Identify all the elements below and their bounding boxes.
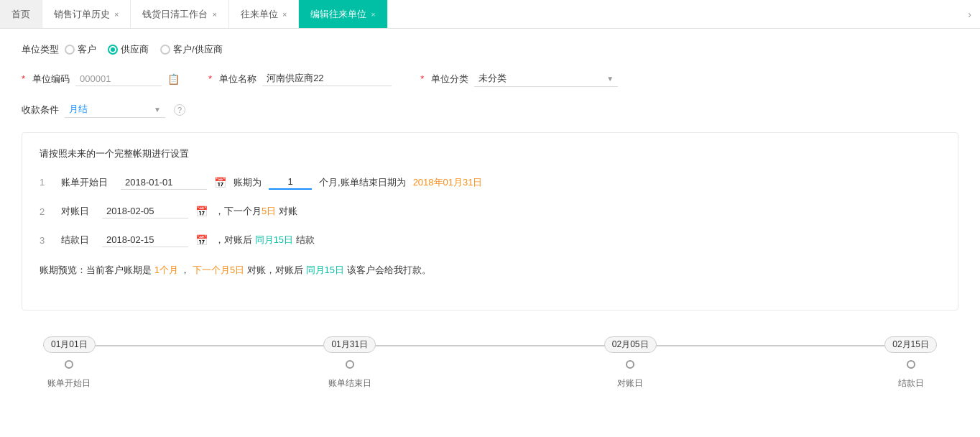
- unit-name-star: *: [208, 73, 212, 84]
- reconcile-date-input[interactable]: [102, 204, 188, 218]
- unit-code-copy-icon[interactable]: 📋: [167, 73, 180, 85]
- timeline-node-2: 02月05日 对账日: [604, 336, 657, 390]
- preview-prefix: 账期预览：当前客户账期是: [40, 264, 152, 275]
- unit-category-arrow-icon: ▼: [606, 75, 614, 83]
- tab-cash-workbench-label: 钱货日清工作台: [142, 8, 208, 21]
- reconcile-date-calendar-icon[interactable]: 📅: [195, 206, 208, 217]
- unit-category-star: *: [420, 73, 424, 84]
- payment-condition-value: 月结: [69, 103, 149, 116]
- settings-row-1: 1 账单开始日 📅 账期为 个月,账单结束日期为 2018年01月31日: [40, 175, 940, 190]
- payment-condition-select[interactable]: 月结 ▼: [65, 101, 165, 118]
- settings-row-3: 3 结款日 📅 ，对账后 同月15日 结款: [40, 233, 940, 247]
- tabs-scroll-right[interactable]: ›: [959, 9, 980, 20]
- unit-category-value: 未分类: [479, 72, 602, 85]
- timeline-node-3: 02月15日 结款日: [884, 336, 937, 390]
- unit-type-field: 单位类型 客户 供应商 客户/供应商: [22, 43, 223, 56]
- unit-type-row: 单位类型 客户 供应商 客户/供应商: [22, 43, 958, 56]
- row-1-label: 账单开始日: [61, 176, 108, 189]
- unit-name-label: 单位名称: [219, 73, 256, 86]
- tab-edit-partner[interactable]: 编辑往来单位 ×: [299, 0, 387, 28]
- row-3-label: 结款日: [61, 234, 89, 247]
- timeline-node-0: 01月01日 账单开始日: [43, 336, 96, 390]
- payment-date-input[interactable]: [102, 233, 188, 247]
- payment-condition-row: 收款条件 月结 ▼ ?: [22, 101, 958, 118]
- radio-customer-supplier[interactable]: 客户/供应商: [160, 43, 223, 56]
- tab-partner-unit-close[interactable]: ×: [282, 10, 287, 19]
- period-input[interactable]: [269, 175, 312, 190]
- node-2-date: 02月05日: [604, 336, 657, 353]
- tab-partner-unit[interactable]: 往来单位 ×: [229, 0, 299, 28]
- payment-condition-label: 收款条件: [22, 104, 59, 116]
- radio-customer-circle: [65, 45, 75, 55]
- tabs-bar: 首页 销售订单历史 × 钱货日清工作台 × 往来单位 × 编辑往来单位 × ›: [0, 0, 980, 29]
- start-date-calendar-icon[interactable]: 📅: [214, 177, 226, 188]
- preview-part3: 同月15日: [306, 264, 344, 275]
- node-2-circle: [626, 360, 634, 369]
- preview-part3-suffix: 该客户会给我打款。: [347, 264, 431, 275]
- radio-supplier-label: 供应商: [121, 43, 149, 56]
- unit-type-label: 单位类型: [22, 43, 59, 56]
- tab-sales-history-label: 销售订单历史: [54, 8, 110, 21]
- unit-name-field: * 单位名称: [208, 72, 392, 86]
- settings-box: 请按照未来的一个完整帐期进行设置 1 账单开始日 📅 账期为 个月,账单结束日期…: [22, 132, 958, 310]
- unit-code-star: *: [22, 73, 25, 84]
- unit-name-input[interactable]: [262, 72, 392, 86]
- tab-sales-history[interactable]: 销售订单历史 ×: [42, 0, 131, 28]
- preview-part1-sep: ，: [180, 264, 190, 275]
- row-2-num: 2: [40, 206, 54, 217]
- tab-edit-partner-close[interactable]: ×: [371, 10, 375, 19]
- unit-info-row: * 单位编码 📋 * 单位名称 * 单位分类 未分类 ▼: [22, 70, 958, 87]
- tab-partner-unit-label: 往来单位: [241, 8, 278, 21]
- node-1-label: 账单结束日: [328, 377, 371, 390]
- main-content: 单位类型 客户 供应商 客户/供应商 * 单位编码: [0, 29, 980, 437]
- node-3-label: 结款日: [898, 377, 924, 390]
- preview-part1: 1个月: [154, 264, 178, 275]
- node-1-date: 01月31日: [323, 336, 376, 353]
- node-3-date: 02月15日: [884, 336, 937, 353]
- node-0-date: 01月01日: [43, 336, 96, 353]
- row-1-desc-suffix: 个月,账单结束日期为: [319, 176, 406, 189]
- preview-part2: 下一个月5日: [193, 264, 244, 275]
- radio-customer-supplier-circle: [160, 45, 170, 55]
- radio-customer-label: 客户: [78, 43, 96, 56]
- node-2-label: 对账日: [617, 377, 643, 390]
- tab-cash-workbench-close[interactable]: ×: [212, 10, 216, 19]
- unit-category-field: * 单位分类 未分类 ▼: [420, 70, 618, 87]
- timeline: 01月01日 账单开始日 01月31日 账单结束日 02月05日 对账日 02月…: [22, 322, 958, 411]
- radio-supplier-circle: [108, 45, 118, 55]
- preview-part2-suffix: 对账，对账后: [247, 264, 303, 275]
- timeline-nodes: 01月01日 账单开始日 01月31日 账单结束日 02月05日 对账日 02月…: [43, 336, 937, 390]
- node-0-label: 账单开始日: [47, 377, 91, 390]
- unit-code-label: 单位编码: [32, 73, 70, 86]
- row-2-highlight: 5日: [262, 206, 276, 216]
- radio-customer[interactable]: 客户: [65, 43, 96, 56]
- unit-code-field: * 单位编码 📋: [22, 72, 180, 86]
- unit-category-select[interactable]: 未分类 ▼: [474, 70, 618, 87]
- node-3-circle: [907, 360, 915, 369]
- row-2-desc: ，下一个月5日 对账: [215, 205, 297, 218]
- row-2-label: 对账日: [61, 205, 89, 218]
- row-3-num: 3: [40, 235, 54, 246]
- node-1-circle: [346, 360, 354, 369]
- tab-home[interactable]: 首页: [0, 0, 42, 28]
- preview-text: 账期预览：当前客户账期是 1个月 ， 下一个月5日 对账，对账后 同月15日 该…: [40, 262, 940, 278]
- payment-condition-field: 收款条件 月结 ▼ ?: [22, 101, 185, 118]
- tab-sales-history-close[interactable]: ×: [114, 10, 119, 19]
- row-1-num: 1: [40, 177, 54, 188]
- tab-edit-partner-label: 编辑往来单位: [310, 8, 366, 21]
- payment-date-calendar-icon[interactable]: 📅: [195, 234, 208, 246]
- unit-category-label: 单位分类: [431, 73, 468, 86]
- tab-home-label: 首页: [11, 8, 30, 21]
- row-1-date-highlight: 2018年01月31日: [413, 176, 483, 189]
- start-date-input[interactable]: [121, 175, 207, 190]
- radio-customer-supplier-label: 客户/供应商: [173, 43, 223, 56]
- radio-supplier[interactable]: 供应商: [108, 43, 149, 56]
- row-3-highlight: 同月15日: [255, 234, 293, 245]
- payment-condition-arrow-icon: ▼: [154, 106, 161, 114]
- tab-cash-workbench[interactable]: 钱货日清工作台 ×: [131, 0, 228, 28]
- row-1-desc-prefix: 账期为: [234, 176, 262, 189]
- settings-row-2: 2 对账日 📅 ，下一个月5日 对账: [40, 204, 940, 218]
- payment-help-icon[interactable]: ?: [174, 104, 185, 116]
- unit-code-input[interactable]: [75, 72, 162, 86]
- settings-title: 请按照未来的一个完整帐期进行设置: [40, 147, 940, 160]
